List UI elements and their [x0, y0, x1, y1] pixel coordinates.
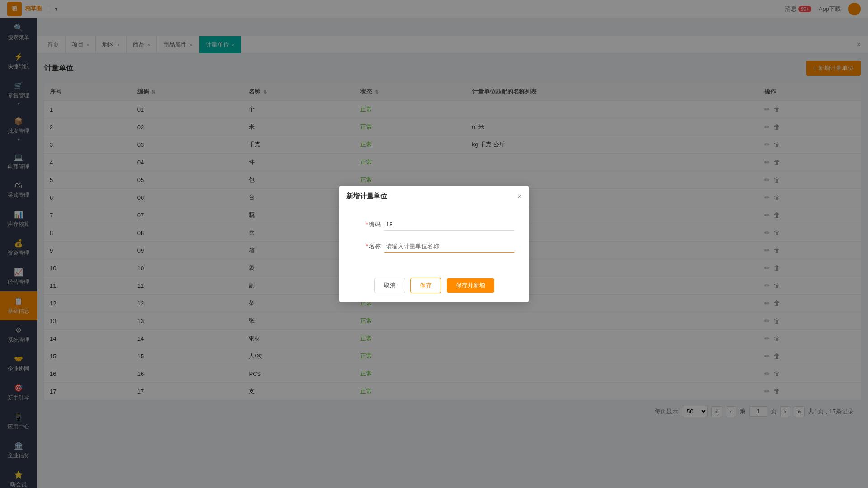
name-label: *名称: [354, 242, 381, 250]
name-input[interactable]: [384, 240, 514, 253]
cancel-button[interactable]: 取消: [374, 278, 405, 293]
code-input[interactable]: [384, 218, 514, 231]
name-form-row: *名称: [354, 240, 514, 253]
modal-close-button[interactable]: ×: [518, 192, 522, 201]
code-label: *编码: [354, 221, 381, 229]
save-and-new-button[interactable]: 保存并新增: [447, 278, 494, 293]
code-form-row: *编码: [354, 218, 514, 231]
modal-header: 新增计量单位 ×: [339, 186, 529, 207]
modal-footer: 取消 保存 保存并新增: [339, 272, 529, 302]
modal-overlay: 新增计量单位 × *编码 *名称 取消 保存 保存并新增: [0, 0, 868, 488]
save-button[interactable]: 保存: [410, 278, 441, 293]
required-mark: *: [366, 221, 368, 228]
required-mark-2: *: [366, 243, 368, 249]
modal-body: *编码 *名称: [339, 207, 529, 272]
modal-title: 新增计量单位: [346, 192, 387, 201]
add-unit-modal: 新增计量单位 × *编码 *名称 取消 保存 保存并新增: [339, 186, 529, 302]
